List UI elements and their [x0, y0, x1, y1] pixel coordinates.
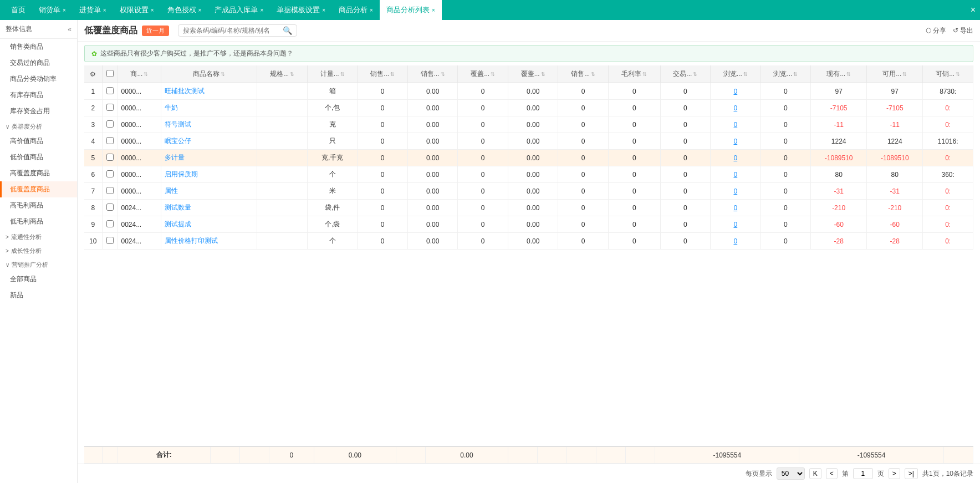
sidebar-item-traded-products[interactable]: 交易过的商品	[0, 55, 77, 71]
col-current-stock[interactable]: 现有...⇅	[811, 65, 867, 83]
tab-home[interactable]: 首页	[4, 0, 32, 20]
search-input[interactable]	[183, 27, 283, 34]
tab-product-analysis-list[interactable]: 商品分析列表×	[380, 0, 442, 20]
tab-sales-order[interactable]: 销货单×	[32, 0, 73, 20]
sidebar-item-stock-capital[interactable]: 库存资金占用	[0, 103, 77, 119]
row-checkbox[interactable]	[102, 133, 118, 150]
row-select-checkbox[interactable]	[106, 120, 114, 128]
close-tab-analysis[interactable]: ×	[370, 7, 373, 13]
row-select-checkbox[interactable]	[106, 204, 114, 211]
select-all-checkbox[interactable]	[106, 70, 114, 77]
close-tab-analysis-list[interactable]: ×	[432, 7, 435, 13]
tab-permissions[interactable]: 权限设置×	[113, 0, 161, 20]
row-browse1[interactable]: 0	[711, 133, 761, 150]
sidebar-group-cluster-analysis[interactable]: ∨ 类群度分析	[0, 119, 77, 133]
col-spec[interactable]: 规格...⇅	[257, 65, 308, 83]
row-browse1[interactable]: 0	[711, 183, 761, 200]
row-name[interactable]: 测试提成	[161, 216, 257, 233]
sidebar-item-stocked-products[interactable]: 有库存商品	[0, 87, 77, 103]
sidebar-item-category-rate[interactable]: 商品分类动销率	[0, 71, 77, 87]
row-select-checkbox[interactable]	[106, 220, 114, 227]
sidebar-group-marketing[interactable]: ∨ 营销推广分析	[0, 257, 77, 271]
row-browse1[interactable]: 0	[711, 116, 761, 133]
col-sales-amt[interactable]: 销售...⇅	[407, 65, 458, 83]
row-name[interactable]: 牛奶	[161, 100, 257, 116]
search-icon[interactable]: 🔍	[283, 26, 292, 35]
tab-product-inbound[interactable]: 产成品入库单×	[208, 0, 270, 20]
close-tab-sales[interactable]: ×	[63, 7, 66, 13]
col-trade[interactable]: 交易...⇅	[660, 65, 711, 83]
col-coverage1[interactable]: 覆盖...⇅	[458, 65, 508, 83]
sidebar-item-sales-products[interactable]: 销售类商品	[0, 39, 77, 55]
row-select-checkbox[interactable]	[106, 104, 114, 111]
col-settings[interactable]: ⚙	[84, 65, 102, 83]
row-checkbox[interactable]	[102, 116, 118, 133]
col-gross-margin[interactable]: 毛利率⇅	[608, 65, 660, 83]
sidebar-item-all-products[interactable]: 全部商品	[0, 271, 77, 287]
row-checkbox[interactable]	[102, 166, 118, 183]
page-size-select[interactable]: 50 20 100 200	[777, 467, 805, 480]
prev-page-button[interactable]: <	[826, 468, 838, 479]
tab-role-auth[interactable]: 角色授权×	[161, 0, 208, 20]
row-select-checkbox[interactable]	[106, 137, 114, 144]
next-page-button[interactable]: >	[889, 468, 900, 479]
row-select-checkbox[interactable]	[106, 187, 114, 194]
row-select-checkbox[interactable]	[106, 154, 114, 161]
row-checkbox[interactable]	[102, 233, 118, 250]
row-name[interactable]: 属性	[161, 183, 257, 200]
close-window-button[interactable]: ×	[971, 5, 976, 15]
col-sales-qty[interactable]: 销售...⇅	[358, 65, 408, 83]
export-button[interactable]: ↺ 导出	[953, 26, 973, 35]
row-name[interactable]: 启用保质期	[161, 166, 257, 183]
row-name[interactable]: 符号测试	[161, 116, 257, 133]
col-sales-x[interactable]: 销售...⇅	[558, 65, 609, 83]
tab-purchase-order[interactable]: 进货单×	[73, 0, 113, 20]
close-tab-permissions[interactable]: ×	[151, 7, 154, 13]
share-button[interactable]: ⬡ 分享	[926, 26, 946, 35]
sidebar-item-high-margin[interactable]: 高毛利商品	[0, 197, 77, 213]
row-name[interactable]: 旺辅批次测试	[161, 83, 257, 100]
col-code[interactable]: 商...⇅	[118, 65, 161, 83]
sidebar-item-low-margin[interactable]: 低毛利商品	[0, 213, 77, 230]
col-name[interactable]: 商品名称⇅	[161, 65, 257, 83]
row-name[interactable]: 多计量	[161, 150, 257, 166]
close-tab-inbound[interactable]: ×	[260, 7, 263, 13]
close-tab-template[interactable]: ×	[322, 7, 325, 13]
row-checkbox[interactable]	[102, 216, 118, 233]
col-coverage2[interactable]: 覆盖...⇅	[508, 65, 558, 83]
row-checkbox[interactable]	[102, 183, 118, 200]
row-browse1[interactable]: 0	[711, 166, 761, 183]
row-browse1[interactable]: 0	[711, 83, 761, 100]
sidebar-item-new-products[interactable]: 新品	[0, 287, 77, 303]
time-filter-button[interactable]: 近一月	[142, 26, 169, 36]
row-checkbox[interactable]	[102, 100, 118, 116]
row-select-checkbox[interactable]	[106, 87, 114, 94]
tab-product-analysis[interactable]: 商品分析×	[332, 0, 380, 20]
col-available-stock[interactable]: 可用...⇅	[867, 65, 923, 83]
tab-template-settings[interactable]: 单据模板设置×	[270, 0, 332, 20]
row-browse1[interactable]: 0	[711, 216, 761, 233]
first-page-button[interactable]: K	[809, 468, 821, 479]
sidebar-item-high-value[interactable]: 高价值商品	[0, 133, 77, 149]
row-name[interactable]: 眠宝公仔	[161, 133, 257, 150]
sidebar-collapse-button[interactable]: «	[68, 26, 72, 33]
sidebar-item-low-coverage[interactable]: 低覆盖度商品	[0, 181, 77, 197]
row-name[interactable]: 测试数量	[161, 200, 257, 216]
sidebar-item-high-coverage[interactable]: 高覆盖度商品	[0, 165, 77, 181]
close-tab-purchase[interactable]: ×	[103, 7, 106, 13]
sidebar-group-growth[interactable]: > 成长性分析	[0, 243, 77, 257]
col-unit[interactable]: 计量...⇅	[307, 65, 358, 83]
page-number-input[interactable]	[853, 468, 873, 479]
close-tab-role[interactable]: ×	[198, 7, 202, 13]
row-browse1[interactable]: 0	[711, 100, 761, 116]
row-browse1[interactable]: 0	[711, 233, 761, 250]
row-name[interactable]: 属性价格打印测试	[161, 233, 257, 250]
col-browse1[interactable]: 浏览...⇅	[711, 65, 761, 83]
sidebar-item-low-value[interactable]: 低价值商品	[0, 149, 77, 165]
col-browse2[interactable]: 浏览...⇅	[760, 65, 811, 83]
col-saleable[interactable]: 可销...⇅	[923, 65, 973, 83]
row-browse1[interactable]: 0	[711, 200, 761, 216]
row-checkbox[interactable]	[102, 83, 118, 100]
row-browse1[interactable]: 0	[711, 150, 761, 166]
sidebar-group-liquidity[interactable]: > 流通性分析	[0, 230, 77, 243]
